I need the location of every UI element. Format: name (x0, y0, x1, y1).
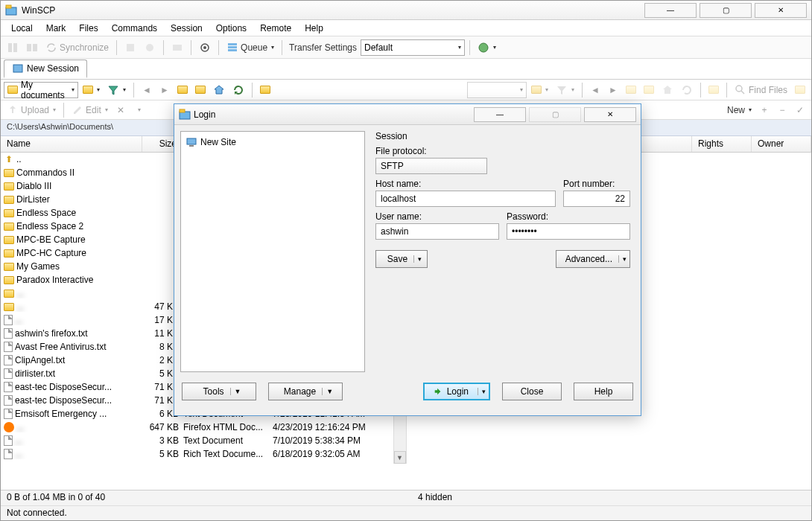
folder-icon (4, 223, 14, 231)
login-button[interactable]: Login▾ (423, 383, 490, 400)
toolbar-icon-3[interactable] (168, 39, 186, 56)
file-name: My Games (16, 261, 60, 272)
menu-commands[interactable]: Commands (106, 22, 163, 35)
remote-home-icon[interactable] (659, 82, 676, 98)
menu-files[interactable]: Files (73, 22, 104, 35)
site-item-new[interactable]: New Site (184, 135, 361, 150)
upload-button[interactable]: Upload▾ (4, 102, 59, 118)
close-button[interactable]: ✕ (755, 3, 807, 18)
col-rights[interactable]: Rights (692, 136, 752, 152)
remote-back-icon[interactable]: ◄ (587, 82, 603, 98)
col-name[interactable]: Name (1, 136, 142, 152)
minimize-button[interactable]: — (644, 3, 697, 18)
compare-icon[interactable] (23, 39, 41, 56)
firefox-icon (4, 422, 14, 432)
svg-rect-13 (228, 49, 237, 51)
file-date: 7/10/2019 5:38:34 PM (273, 435, 392, 446)
menu-options[interactable]: Options (210, 22, 253, 35)
menu-help[interactable]: Help (299, 22, 329, 35)
parent-dir-icon: ⬆ (4, 154, 14, 164)
remote-open-icon[interactable]: ▾ (528, 82, 551, 98)
tools-button[interactable]: Tools▼ (182, 383, 256, 400)
scroll-down-icon[interactable]: ▼ (394, 451, 406, 464)
toolbar-icon-1[interactable] (121, 39, 139, 56)
remote-bookmark2-icon[interactable] (792, 82, 808, 98)
protocol-select[interactable]: SFTP (375, 158, 487, 174)
new-session-tab[interactable]: New Session (4, 60, 87, 78)
filter-icon[interactable]: ▾ (104, 82, 129, 98)
remote-filter-icon[interactable]: ▾ (553, 82, 577, 98)
remote-forward-icon[interactable]: ► (605, 82, 621, 98)
file-name: ashwin's firefox.txt (15, 328, 88, 339)
file-size: 3 KB (142, 435, 183, 446)
maximize-button[interactable]: ▢ (700, 3, 752, 18)
edit-button[interactable]: Edit▾ (69, 102, 111, 118)
user-input[interactable] (375, 223, 499, 240)
file-name: Emsisoft Emergency ... (15, 409, 107, 419)
svg-rect-3 (13, 43, 17, 52)
refresh-icon[interactable] (229, 82, 247, 98)
svg-rect-8 (173, 45, 182, 51)
file-name: east-tec DisposeSecur... (15, 382, 112, 392)
remote-refresh-icon[interactable] (678, 82, 696, 98)
file-row[interactable]: ...3 KBText Document7/10/2019 5:38:34 PM (1, 434, 406, 447)
folder-icon (4, 182, 14, 191)
file-name: ... (15, 435, 22, 446)
menu-bar: Local Mark Files Commands Session Option… (1, 20, 811, 36)
help-button[interactable]: Help (574, 383, 633, 400)
minus-icon[interactable]: − (774, 102, 790, 118)
file-name: ... (15, 315, 22, 325)
find-files-button[interactable]: Find Files (732, 82, 790, 98)
main-toolbar: Synchronize Queue▾ Transfer Settings Def… (1, 36, 811, 59)
menu-mark[interactable]: Mark (40, 22, 72, 35)
host-input[interactable] (375, 191, 556, 207)
back-icon[interactable]: ◄ (139, 82, 155, 98)
root-folder-icon[interactable] (192, 82, 209, 98)
manage-button[interactable]: Manage▼ (268, 383, 343, 400)
menu-local[interactable]: Local (5, 22, 39, 35)
status-hidden: 4 hidden (418, 492, 805, 504)
check-icon[interactable]: ✓ (792, 102, 808, 118)
transfer-profile-combo[interactable]: Default▾ (361, 39, 465, 56)
synchronize-button[interactable]: Synchronize (42, 39, 112, 56)
bookmarks-icon[interactable] (257, 82, 273, 98)
remote-up-icon[interactable] (623, 82, 639, 98)
queue-button[interactable]: Queue▾ (223, 39, 277, 56)
file-row[interactable]: ...5 KBRich Text Docume...6/18/2019 9:32… (1, 447, 406, 461)
password-input[interactable] (507, 223, 630, 240)
open-folder-icon[interactable]: ▾ (80, 82, 103, 98)
dialog-close-button[interactable]: ✕ (584, 107, 636, 122)
col-owner[interactable]: Owner (752, 136, 811, 152)
remote-root-icon[interactable] (641, 82, 657, 98)
file-type: Text Document (183, 435, 273, 446)
status-connection: Not connected. (7, 508, 805, 519)
home-icon[interactable] (210, 82, 228, 98)
menu-session[interactable]: Session (165, 22, 209, 35)
toolbar-icon-2[interactable] (141, 39, 159, 56)
file-date: 4/23/2019 12:16:24 PM (273, 422, 392, 432)
local-drive-combo[interactable]: My documents▾ (4, 82, 78, 98)
forward-icon[interactable]: ► (156, 82, 173, 98)
preferences-icon[interactable] (196, 39, 214, 56)
close-button-dialog[interactable]: Close (502, 383, 562, 400)
dialog-minimize-button[interactable]: — (474, 107, 526, 122)
save-button[interactable]: Save▾ (375, 250, 428, 268)
up-folder-icon[interactable] (174, 82, 191, 98)
new-button[interactable]: New▾ (724, 102, 755, 118)
plus-icon[interactable]: + (756, 102, 773, 118)
sync-browse-icon[interactable] (4, 39, 22, 56)
file-icon (4, 382, 13, 392)
file-icon (4, 328, 13, 339)
delete-icon[interactable]: ✕ (112, 102, 129, 118)
remote-bookmark-icon[interactable] (705, 82, 722, 98)
more-icon[interactable]: ▾ (130, 102, 147, 118)
remote-drive-combo[interactable]: ▾ (467, 82, 527, 98)
site-list[interactable]: New Site (180, 131, 365, 372)
menu-remote[interactable]: Remote (254, 22, 297, 35)
svg-point-7 (146, 44, 153, 51)
file-row[interactable]: ...647 KBFirefox HTML Doc...4/23/2019 12… (1, 421, 406, 434)
advanced-button[interactable]: Advanced...▾ (556, 250, 630, 268)
port-input[interactable] (563, 191, 630, 207)
file-date: 6/18/2019 9:32:05 AM (273, 449, 392, 459)
toolbar-globe-icon[interactable]: ▾ (475, 39, 499, 56)
